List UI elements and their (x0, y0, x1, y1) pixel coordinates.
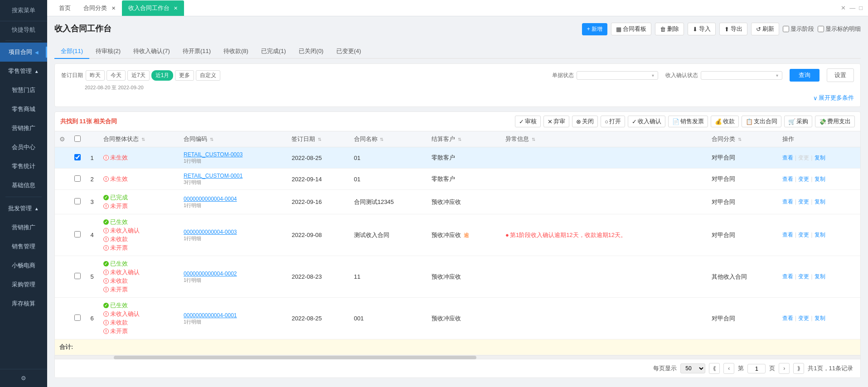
op-change-5[interactable]: 变更 (798, 273, 809, 281)
import-button[interactable]: ⬇ 导入 (688, 23, 716, 35)
contract-link-5[interactable]: 0000000000004-0002 (184, 271, 237, 277)
contract-link-1[interactable]: RETAIL_CUSTOM-0003 (184, 151, 242, 158)
abandon-btn[interactable]: ✕ 弃审 (543, 116, 569, 127)
page-next-btn[interactable]: › (779, 363, 790, 374)
sidebar-item-marketing2[interactable]: 营销推广 (0, 218, 47, 237)
op-change-2[interactable]: 变更 (798, 175, 809, 183)
filter-tab-pending-invoice[interactable]: 待开票(11) (176, 44, 217, 59)
sidebar-item-retail-stat[interactable]: 零售统计 (0, 157, 47, 176)
purchase-btn[interactable]: 🛒 采购 (784, 116, 812, 127)
row3-checkbox[interactable] (74, 198, 81, 204)
date-yesterday-btn[interactable]: 昨天 (86, 70, 105, 81)
search-button[interactable]: 查询 (790, 69, 820, 82)
op-view-4[interactable]: 查看 (782, 231, 793, 239)
col-name[interactable]: 合同名称 ⇅ (349, 131, 427, 147)
op-view-3[interactable]: 查看 (782, 198, 793, 206)
col-sign-date[interactable]: 签订日期 ⇅ (287, 131, 349, 147)
date-last7-btn[interactable]: 近7天 (127, 70, 150, 81)
row5-checkbox[interactable] (74, 273, 81, 279)
delete-button[interactable]: 🗑 删除 (655, 23, 684, 35)
page-first-btn[interactable]: ⟪ (709, 363, 720, 374)
expand-more-btn[interactable]: ∨ 展开更多条件 (813, 94, 854, 102)
sidebar-search[interactable]: 搜索菜单 (0, 0, 47, 21)
row4-checkbox[interactable] (74, 231, 81, 237)
op-view-6[interactable]: 查看 (782, 314, 793, 322)
date-today-btn[interactable]: 今天 (107, 70, 126, 81)
scrollbar-thumb[interactable] (114, 356, 476, 359)
col-error-info[interactable]: 异常信息 ⇅ (501, 131, 707, 147)
out-contract-btn[interactable]: 📋 支出合同 (742, 116, 781, 127)
op-copy-4[interactable]: 复制 (815, 231, 825, 239)
sidebar-item-sales-mgmt[interactable]: 销售管理 (0, 237, 47, 256)
show-flag-detail-input[interactable] (818, 26, 824, 32)
col-code[interactable]: 合同编码 ⇅ (179, 131, 287, 147)
add-button[interactable]: + 新增 (582, 23, 607, 35)
date-more-btn[interactable]: 更多 (175, 70, 194, 81)
cell-checkbox-3[interactable] (70, 190, 85, 214)
sidebar-item-smart-store[interactable]: 智慧门店 (0, 81, 47, 100)
contract-link-2[interactable]: RETAIL_CUSTOM-0001 (184, 173, 242, 179)
tab-income-workbench-close[interactable]: ✕ (174, 5, 178, 11)
settings-button[interactable]: 设置 (827, 68, 854, 82)
horizontal-scrollbar[interactable] (55, 355, 860, 359)
filter-tab-pending-payment[interactable]: 待收款(8) (217, 44, 255, 59)
sidebar-item-xiao-ecom[interactable]: 小畅电商 (0, 256, 47, 275)
contract-link-3[interactable]: 0000000000004-0004 (184, 196, 237, 202)
col-category[interactable]: 合同分类 ⇅ (707, 131, 777, 147)
refresh-button[interactable]: ↺ 刷新 (751, 23, 779, 35)
page-prev-btn[interactable]: ‹ (723, 363, 734, 374)
cell-checkbox-2[interactable] (70, 169, 85, 190)
contract-view-button[interactable]: ▦ 合同看板 (611, 23, 651, 35)
sidebar-item-project[interactable]: 项目合同 ◀ (0, 43, 47, 62)
sidebar-item-base-info[interactable]: 基础信息 (0, 176, 47, 195)
col-customer[interactable]: 结算客户 ⇅ (427, 131, 501, 147)
op-change-3[interactable]: 变更 (798, 198, 809, 206)
sidebar-item-retail-mall[interactable]: 零售商城 (0, 100, 47, 119)
op-change-6[interactable]: 变更 (798, 314, 809, 322)
sidebar-item-retail-mgmt[interactable]: 零售管理 ▲ (0, 62, 47, 81)
tab-home[interactable]: 首页 (53, 0, 77, 16)
table-scroll[interactable]: ⚙ 合同整体状态 ⇅ 合同编码 (55, 131, 860, 355)
row2-checkbox[interactable] (74, 175, 81, 182)
income-confirm-btn[interactable]: ✓ 收入确认 (628, 116, 665, 127)
filter-tab-pending-review[interactable]: 待审核(2) (89, 44, 127, 59)
review-btn[interactable]: ✓ 审核 (515, 116, 541, 127)
filter-tab-completed[interactable]: 已完成(1) (255, 44, 292, 59)
cell-checkbox-5[interactable] (70, 256, 85, 298)
op-copy-2[interactable]: 复制 (815, 175, 825, 183)
tab-income-workbench[interactable]: 收入合同工作台 ✕ (122, 0, 184, 16)
income-confirm-select[interactable]: ▾ (701, 71, 782, 80)
date-custom-btn[interactable]: 自定义 (196, 70, 220, 81)
row6-checkbox[interactable] (74, 314, 81, 321)
window-close-btn[interactable]: ✕ (841, 5, 846, 11)
filter-tab-closed[interactable]: 已关闭(0) (292, 44, 330, 59)
page-last-btn[interactable]: ⟫ (793, 363, 804, 374)
gear-icon[interactable]: ⚙ (59, 135, 65, 143)
window-max-btn[interactable]: □ (859, 5, 863, 11)
tab-contract-cat[interactable]: 合同分类 ✕ (77, 0, 122, 16)
show-stage-checkbox[interactable]: 显示阶段 (783, 25, 814, 33)
op-copy-1[interactable]: 复制 (815, 154, 825, 162)
op-view-5[interactable]: 查看 (782, 273, 793, 281)
close-btn[interactable]: ⊗ 关闭 (572, 116, 598, 127)
op-copy-3[interactable]: 复制 (815, 198, 825, 206)
cell-checkbox-4[interactable] (70, 214, 85, 256)
cost-out-btn[interactable]: 💸 费用支出 (815, 116, 855, 127)
sidebar-item-inventory[interactable]: 库存核算 (0, 294, 47, 313)
op-view-2[interactable]: 查看 (782, 175, 793, 183)
op-copy-5[interactable]: 复制 (815, 273, 825, 281)
cell-checkbox-6[interactable] (70, 298, 85, 339)
filter-tab-all[interactable]: 全部(11) (54, 44, 89, 59)
row1-checkbox[interactable] (74, 154, 81, 160)
filter-tab-pending-confirm[interactable]: 待收入确认(7) (127, 44, 176, 59)
date-last1month-btn[interactable]: 近1月 (151, 70, 174, 81)
select-all-checkbox[interactable] (74, 135, 81, 142)
sales-invoice-btn[interactable]: 📄 销售发票 (668, 116, 708, 127)
op-copy-6[interactable]: 复制 (815, 314, 825, 322)
op-change-4[interactable]: 变更 (798, 231, 809, 239)
page-size-select[interactable]: 50 10 20 100 (680, 363, 705, 373)
show-stage-input[interactable] (783, 26, 789, 32)
show-flag-detail-checkbox[interactable]: 显示标的明细 (818, 25, 861, 33)
filter-tab-changed[interactable]: 已变更(4) (330, 44, 368, 59)
sidebar-item-member[interactable]: 会员中心 (0, 138, 47, 157)
